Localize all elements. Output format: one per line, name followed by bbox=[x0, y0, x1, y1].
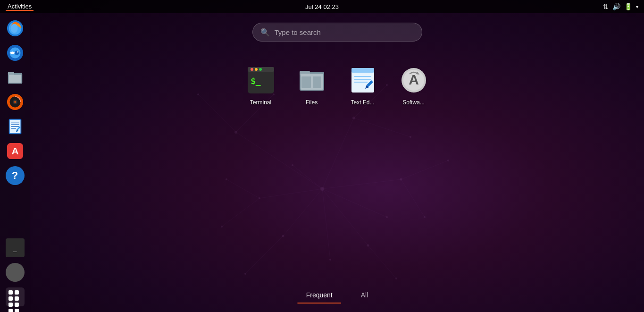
svg-point-45 bbox=[17, 51, 18, 53]
search-icon: 🔍 bbox=[260, 28, 270, 37]
thunderbird-icon bbox=[6, 44, 24, 62]
battery-icon[interactable]: 🔋 bbox=[624, 3, 632, 10]
tab-frequent-label: Frequent bbox=[306, 291, 333, 299]
svg-rect-73 bbox=[351, 68, 374, 73]
app-item-terminal[interactable]: $_ Terminal bbox=[242, 65, 280, 106]
svg-rect-70 bbox=[301, 76, 311, 88]
dock-item-files[interactable] bbox=[4, 66, 26, 89]
tab-bar: Frequent All bbox=[292, 287, 383, 303]
svg-point-65 bbox=[259, 68, 262, 71]
user-avatar bbox=[6, 263, 25, 282]
appstore-icon: A bbox=[6, 142, 24, 160]
dock: A ? _ bbox=[0, 13, 30, 312]
grid-dot bbox=[8, 309, 13, 312]
app-item-files[interactable]: Files bbox=[293, 65, 331, 106]
svg-point-44 bbox=[15, 51, 19, 55]
dock-item-terminal[interactable]: _ bbox=[4, 236, 26, 259]
help-icon: ? bbox=[6, 166, 25, 185]
dock-item-user[interactable] bbox=[4, 261, 26, 284]
volume-icon[interactable]: 🔊 bbox=[612, 3, 620, 10]
clock: Jul 24 02:23 bbox=[305, 3, 339, 10]
svg-point-63 bbox=[251, 68, 253, 71]
dock-item-firefox[interactable] bbox=[4, 17, 26, 40]
dock-item-thunderbird[interactable] bbox=[4, 42, 26, 64]
dock-item-writer[interactable] bbox=[4, 115, 26, 138]
files-dock-icon bbox=[6, 68, 24, 86]
svg-rect-47 bbox=[8, 72, 14, 75]
dock-bottom: _ bbox=[4, 236, 26, 308]
svg-text:A: A bbox=[11, 145, 18, 156]
software-app-icon: A bbox=[401, 67, 427, 93]
texteditor-app-icon-wrap bbox=[348, 65, 378, 95]
firefox-icon bbox=[6, 19, 24, 37]
writer-icon bbox=[6, 118, 24, 135]
app-item-software[interactable]: A Softwa... bbox=[395, 65, 433, 106]
network-icon[interactable]: ⇅ bbox=[603, 3, 609, 10]
rhythmbox-icon bbox=[6, 93, 24, 111]
search-container: 🔍 bbox=[252, 23, 422, 42]
topbar: Activities Jul 24 02:23 ⇅ 🔊 🔋 ▾ bbox=[0, 0, 644, 13]
app-item-texteditor[interactable]: Text Ed... bbox=[344, 65, 382, 106]
software-app-icon-wrap: A bbox=[399, 65, 429, 95]
dock-item-help[interactable]: ? bbox=[4, 164, 26, 187]
dock-item-show-apps[interactable] bbox=[4, 286, 26, 308]
show-apps-icon bbox=[6, 287, 25, 306]
grid-dot bbox=[15, 290, 19, 295]
svg-point-41 bbox=[10, 24, 17, 33]
grid-dot bbox=[15, 296, 19, 301]
grid-dot bbox=[15, 303, 19, 307]
svg-rect-48 bbox=[8, 75, 21, 83]
software-app-label: Softwa... bbox=[402, 99, 425, 106]
grid-dot bbox=[8, 296, 13, 301]
terminal-app-icon-wrap: $_ bbox=[246, 65, 276, 95]
search-bar[interactable]: 🔍 bbox=[252, 23, 422, 42]
svg-point-52 bbox=[14, 101, 16, 103]
texteditor-app-label: Text Ed... bbox=[351, 99, 374, 106]
texteditor-app-icon bbox=[350, 67, 376, 93]
terminal-app-icon: $_ bbox=[248, 67, 274, 93]
system-menu-arrow[interactable]: ▾ bbox=[636, 4, 638, 9]
terminal-dock-icon: _ bbox=[6, 238, 25, 257]
files-app-label: Files bbox=[306, 99, 318, 106]
dock-item-rhythmbox[interactable] bbox=[4, 91, 26, 113]
files-app-icon bbox=[299, 67, 325, 93]
grid-dot bbox=[8, 303, 13, 307]
topbar-right: ⇅ 🔊 🔋 ▾ bbox=[603, 3, 638, 10]
svg-point-64 bbox=[255, 68, 258, 71]
files-app-icon-wrap bbox=[297, 65, 327, 95]
app-grid: $_ Terminal Files bbox=[242, 65, 433, 106]
tab-all[interactable]: All bbox=[347, 287, 383, 303]
activities-button[interactable]: Activities bbox=[6, 3, 33, 11]
main-area: 🔍 $_ Terminal bbox=[30, 13, 644, 312]
tab-all-label: All bbox=[361, 291, 368, 299]
tab-frequent[interactable]: Frequent bbox=[292, 287, 347, 303]
grid-dot bbox=[8, 290, 13, 295]
svg-text:$_: $_ bbox=[251, 76, 261, 86]
grid-dot bbox=[15, 309, 19, 312]
terminal-app-label: Terminal bbox=[250, 99, 271, 106]
search-input[interactable] bbox=[275, 28, 414, 36]
svg-rect-71 bbox=[313, 76, 321, 88]
dock-item-appstore[interactable]: A bbox=[4, 140, 26, 162]
